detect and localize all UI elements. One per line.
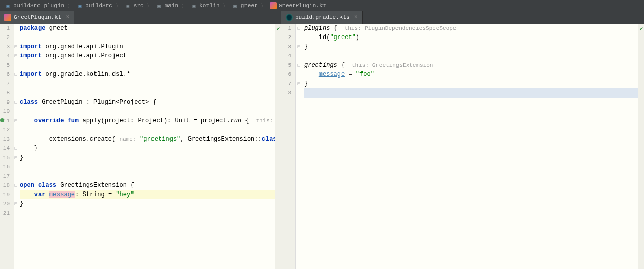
code-line[interactable]: [304, 88, 642, 98]
tab-buildgradle[interactable]: build.gradle.kts ×: [281, 11, 363, 24]
folder-icon: ▣: [124, 2, 131, 9]
code-line[interactable]: var message: String = "hey": [20, 190, 281, 199]
line-number: 5: [2, 61, 10, 70]
code-content[interactable]: package greetimport org.gradle.api.Plugi…: [17, 24, 281, 269]
code-line[interactable]: package greet: [20, 24, 281, 33]
code-token: "foo": [356, 71, 374, 78]
line-number: 13: [2, 134, 10, 144]
chevron-right-icon: 〉: [180, 2, 188, 10]
code-line[interactable]: class GreetPlugin : Plugin<Project> {: [20, 98, 281, 107]
code-line[interactable]: plugins { this: PluginDependenciesSpecSc…: [304, 24, 642, 33]
breadcrumb-label: main: [165, 3, 178, 9]
breadcrumb-item[interactable]: GreetPlugin.kt: [268, 2, 328, 9]
chevron-right-icon: 〉: [115, 2, 122, 10]
split-editor: GreetPlugin.kt × 12345678910111213141516…: [0, 11, 644, 269]
code-line[interactable]: }: [20, 144, 281, 153]
override-gutter-icon[interactable]: [0, 118, 4, 122]
code-line[interactable]: open class GreetingsExtension {: [20, 181, 281, 190]
code-line[interactable]: [20, 79, 281, 88]
code-token: org.gradle.api.Project: [45, 52, 126, 60]
code-token: org.gradle.kotlin.dsl.*: [45, 71, 130, 78]
code-token: GreetingsExtension {: [60, 182, 134, 189]
code-line[interactable]: [20, 125, 281, 134]
code-line[interactable]: [20, 208, 281, 218]
code-token: message: [319, 71, 345, 78]
folder-icon: ▣: [156, 2, 163, 9]
line-number: 1: [2, 24, 10, 33]
code-token: plugins: [304, 25, 330, 32]
code-line[interactable]: [20, 171, 281, 181]
code-token: name:: [119, 136, 140, 142]
line-number: 7: [2, 79, 10, 88]
fold-marker[interactable]: ⊟: [296, 61, 302, 70]
line-number: 3: [283, 42, 291, 51]
breadcrumb-item[interactable]: ▣greet: [230, 2, 260, 9]
code-token: ): [356, 34, 359, 41]
breadcrumb-label: greet: [241, 3, 258, 9]
code-token: override fun: [34, 117, 83, 124]
code-line[interactable]: [304, 51, 642, 61]
close-icon[interactable]: ×: [354, 14, 358, 21]
code-line[interactable]: [20, 61, 281, 70]
code-line[interactable]: extensions.create( name: "greetings", Gr…: [20, 134, 281, 144]
fold-marker[interactable]: ⊟: [296, 42, 302, 51]
fold-marker[interactable]: ⊟: [296, 79, 302, 88]
code-line[interactable]: greetings { this: GreetingsExtension: [304, 61, 642, 70]
code-token: .: [226, 117, 230, 124]
breadcrumb-item[interactable]: ▣main: [154, 2, 180, 9]
code-token: greet: [49, 25, 68, 32]
fold-marker[interactable]: ⊟: [296, 24, 302, 33]
code-line[interactable]: message = "foo": [304, 70, 642, 79]
code-line[interactable]: import org.gradle.api.Project: [20, 51, 281, 61]
code-token: greetings: [304, 62, 337, 69]
code-line[interactable]: [20, 107, 281, 116]
code-token: {: [241, 117, 253, 124]
code-line[interactable]: override fun apply(project: Project): Un…: [20, 116, 281, 125]
line-number: 6: [283, 70, 291, 79]
code-line[interactable]: }: [304, 42, 642, 51]
code-token: {: [330, 25, 341, 32]
chevron-right-icon: 〉: [260, 2, 268, 10]
code-line[interactable]: [20, 33, 281, 42]
code-token: }: [304, 80, 308, 87]
breadcrumb-label: buildSrc: [85, 3, 112, 9]
code-line[interactable]: }: [304, 79, 642, 88]
analysis-ok-icon: ✓: [640, 25, 643, 32]
code-token: import: [20, 43, 45, 50]
breadcrumb-label: buildSrc-plugin: [13, 3, 64, 9]
breadcrumb-item[interactable]: ▣kotlin: [188, 2, 222, 9]
code-content[interactable]: plugins { this: PluginDependenciesSpecSc…: [302, 24, 644, 269]
status-stripe: ✓: [275, 24, 281, 269]
code-line[interactable]: id("greet"): [304, 33, 642, 42]
close-icon[interactable]: ×: [66, 14, 69, 21]
code-line[interactable]: }: [20, 199, 281, 208]
breadcrumb-item[interactable]: ▣src: [122, 2, 146, 9]
line-gutter: 12345678: [281, 24, 296, 269]
code-token: extensions.create(: [20, 136, 119, 143]
breadcrumb-label: src: [134, 3, 144, 9]
fold-marker: [296, 51, 302, 61]
line-gutter: 123456789101112131415161718192021: [0, 24, 14, 269]
gradle-file-icon: [286, 14, 293, 21]
code-line[interactable]: [20, 88, 281, 98]
code-line[interactable]: import org.gradle.kotlin.dsl.*: [20, 70, 281, 79]
line-number: 16: [2, 162, 10, 171]
fold-marker: [296, 88, 302, 98]
code-line[interactable]: import org.gradle.api.Plugin: [20, 42, 281, 51]
editor-right[interactable]: 12345678 ⊟⊟⊟⊟ plugins { this: PluginDepe…: [281, 24, 644, 269]
code-token: project: [201, 117, 226, 124]
tab-greetplugin[interactable]: GreetPlugin.kt ×: [0, 11, 74, 24]
code-line[interactable]: [20, 162, 281, 171]
chevron-right-icon: 〉: [66, 2, 74, 10]
breadcrumb-item[interactable]: ▣buildSrc-plugin: [2, 2, 66, 9]
code-line[interactable]: }: [20, 153, 281, 162]
line-number: 4: [283, 51, 291, 61]
line-number: 14: [2, 144, 10, 153]
code-token: import: [20, 71, 45, 78]
editor-left[interactable]: 123456789101112131415161718192021 ⊟⊟⊟⊟⊟⊟…: [0, 24, 281, 269]
kotlin-file-icon: [270, 2, 277, 9]
folder-icon: ▣: [190, 2, 197, 9]
line-number: 8: [283, 88, 291, 98]
code-token: this: PluginDependenciesSpecScope: [341, 25, 456, 31]
breadcrumb-item[interactable]: ▣buildSrc: [74, 2, 115, 9]
